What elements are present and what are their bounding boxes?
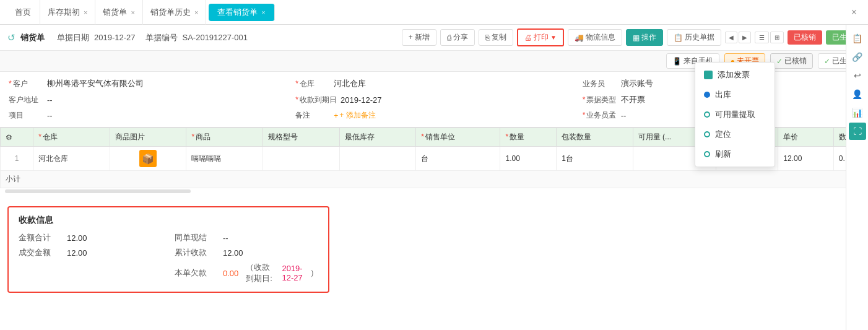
sidebar-icon-0[interactable]: 📋 xyxy=(849,30,866,47)
operation-icon: ▦ xyxy=(633,33,640,42)
project-value: -- xyxy=(47,111,53,120)
row-unit-price: 12.00 xyxy=(778,147,833,171)
prev-button[interactable]: ◀ xyxy=(725,32,737,43)
logistics-button[interactable]: 🚚 物流信息 xyxy=(568,29,622,46)
employee-label: 业务员 xyxy=(583,79,617,89)
view-grid-button[interactable]: ⊞ xyxy=(770,32,784,43)
history-icon: 📋 xyxy=(674,33,683,42)
operation-dropdown: 添加发票 出库 可用量提取 定位 刷新 xyxy=(695,62,775,167)
refresh-label: 刷新 xyxy=(715,149,731,160)
tab-view-sales-close[interactable]: × xyxy=(261,9,265,16)
tab-view-sales[interactable]: 查看销货单 × xyxy=(209,4,274,21)
dropdown-item-add-invoice[interactable]: 添加发票 xyxy=(695,65,775,85)
tab-view-sales-label: 查看销货单 xyxy=(217,7,258,18)
sidebar-icon-2[interactable]: ↩ xyxy=(849,67,866,84)
tab-sales-label: 销货单 xyxy=(103,7,127,18)
tab-inventory[interactable]: 库存期初 × xyxy=(40,0,95,25)
check-label: 已核销 xyxy=(784,56,807,66)
same-order-label: 同单现结 xyxy=(175,232,218,243)
same-order-value: -- xyxy=(223,233,228,243)
sidebar-icon-3[interactable]: 👤 xyxy=(849,85,866,103)
due-value: 0.00 xyxy=(223,269,238,278)
doc-type-label: 销货单 xyxy=(20,32,45,43)
total-value: 12.00 xyxy=(67,233,87,243)
col-unit: 销售单位 xyxy=(416,128,500,147)
history-button[interactable]: 📋 历史单据 xyxy=(667,29,721,46)
check-button[interactable]: ✓ 已核销 xyxy=(770,53,813,69)
salesperson-label: 业务员孟 xyxy=(583,110,617,121)
locate-label: 定位 xyxy=(715,129,731,140)
nav-arrows: ◀ ▶ xyxy=(725,32,751,43)
due-date-value: 2019-12-27 xyxy=(282,264,305,282)
col-unit-price: 单价 xyxy=(778,128,833,147)
add-note-button[interactable]: + + 添加备注 xyxy=(334,110,375,121)
tab-home[interactable]: 首页 xyxy=(6,0,40,25)
dropdown-item-available[interactable]: 可用量提取 xyxy=(695,105,775,124)
due-note2: ） xyxy=(310,267,318,279)
due-row: 本单欠款 0.00 （收款到期日: 2019-12-27 ） xyxy=(175,262,318,284)
doc-meta: 单据日期 2019-12-27 单据编号 SA-20191227-001 xyxy=(57,32,248,43)
cancelled-badge[interactable]: 已核销 xyxy=(788,30,822,45)
dropdown-item-outbound[interactable]: 出库 xyxy=(695,85,775,105)
cumulative-row: 累计收款 12.00 xyxy=(175,247,318,258)
note-btn-label: + 添加备注 xyxy=(339,110,375,121)
operation-label: 操作 xyxy=(641,32,656,43)
outbound-icon xyxy=(704,92,710,98)
due-label: 本单欠款 xyxy=(175,267,218,279)
payment-right-col: 同单现结 -- 累计收款 12.00 本单欠款 0.00 （收款到期日: 201… xyxy=(175,232,318,284)
address-label: 客户地址 xyxy=(9,95,43,105)
logistics-label: 物流信息 xyxy=(586,32,615,43)
tab-sales[interactable]: 销货单 × xyxy=(95,0,142,25)
tab-sales-history[interactable]: 销货单历史 × xyxy=(143,0,206,25)
print-button[interactable]: 🖨 打印 ▼ xyxy=(517,28,564,46)
print-label: 打印 xyxy=(534,32,549,43)
warehouse-value: 河北仓库 xyxy=(334,78,366,89)
doc-type-icon: ↺ xyxy=(7,32,15,43)
sidebar-icon-1[interactable]: 🔗 xyxy=(849,48,866,66)
total-row: 金额合计 12.00 xyxy=(19,232,162,243)
table-scrollbar[interactable] xyxy=(5,189,191,193)
view-list-button[interactable]: ☰ xyxy=(755,32,769,43)
row-qty: 1.00 xyxy=(500,147,557,171)
row-unit: 台 xyxy=(416,147,500,171)
next-button[interactable]: ▶ xyxy=(739,32,751,43)
col-pack-qty: 包装数量 xyxy=(557,128,633,147)
share-button[interactable]: ⎙ 分享 xyxy=(440,29,475,46)
window-close-button[interactable]: × xyxy=(846,4,862,20)
print-dropdown-arrow: ▼ xyxy=(550,34,557,41)
share-label: 分享 xyxy=(453,32,468,43)
operation-button[interactable]: ▦ 操作 xyxy=(626,29,663,46)
copy-button[interactable]: ⎘ 复制 xyxy=(479,29,513,46)
tab-sales-history-label: 销货单历史 xyxy=(150,7,191,18)
payment-grid: 金额合计 12.00 成交金额 12.00 同单现结 -- 累计收款 xyxy=(19,232,318,284)
customer-row: 客户 柳州粤港平安气体有限公司 xyxy=(9,78,285,89)
row-min-stock xyxy=(339,147,416,171)
tab-sales-history-close[interactable]: × xyxy=(194,9,198,16)
dropdown-item-locate[interactable]: 定位 xyxy=(695,124,775,144)
logistics-icon: 🚚 xyxy=(575,33,584,42)
col-min-stock: 最低库存 xyxy=(339,128,416,147)
due-date-label: 收款到期日 xyxy=(295,95,337,105)
total-label: 金额合计 xyxy=(19,232,62,243)
tab-sales-close[interactable]: × xyxy=(131,9,134,16)
col-qty: 数量 xyxy=(500,128,557,147)
address-value: -- xyxy=(47,95,53,105)
new-button[interactable]: + 新增 xyxy=(402,29,436,46)
sidebar-icon-5[interactable]: ⛶ xyxy=(849,123,866,140)
tab-inventory-close[interactable]: × xyxy=(84,9,87,16)
dropdown-item-refresh[interactable]: 刷新 xyxy=(695,144,775,164)
toolbar-actions: + 新增 ⎙ 分享 ⎘ 复制 🖨 打印 ▼ 🚚 物流信息 xyxy=(402,28,861,46)
doc-date-label: 单据日期 2019-12-27 xyxy=(57,32,136,43)
sidebar-icon-4[interactable]: 📊 xyxy=(849,104,866,121)
subtotal-row: 小计 xyxy=(1,171,868,188)
row-warehouse: 河北仓库 xyxy=(33,147,110,171)
warehouse-label: 仓库 xyxy=(295,79,330,89)
transaction-label: 成交金额 xyxy=(19,247,62,258)
tab-inventory-label: 库存期初 xyxy=(48,7,80,18)
project-row: 项目 -- xyxy=(9,110,285,121)
tab-bar: 首页 库存期初 × 销货单 × 销货单历史 × 查看销货单 × × xyxy=(0,0,868,25)
col-product: 商品 xyxy=(186,128,263,147)
number-label-text: 单据编号 xyxy=(145,32,178,43)
view-buttons: ☰ ⊞ xyxy=(755,32,784,43)
salesperson-value: -- xyxy=(621,111,627,120)
